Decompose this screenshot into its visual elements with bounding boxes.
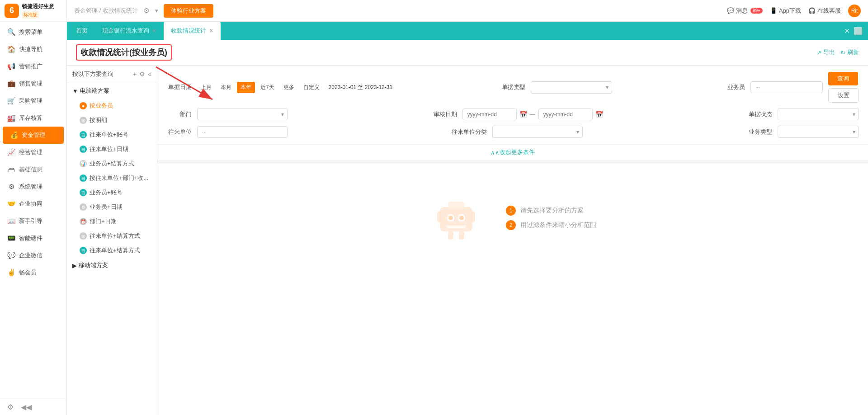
- svg-rect-10: [459, 231, 464, 240]
- tab-bank-flow-label: 现金银行流水查询: [102, 27, 149, 35]
- doc-type-select[interactable]: [531, 81, 612, 94]
- doc-status-select[interactable]: [778, 108, 859, 120]
- sidebar-item-quick-nav[interactable]: 🏠 快捷导航: [0, 41, 66, 58]
- message-label: 消息: [736, 7, 748, 15]
- tip-1-text: 请先选择要分析的方案: [520, 207, 584, 215]
- smart-hw-icon: 📟: [7, 234, 15, 242]
- scheme-item-partner-settlement1[interactable]: ⊞ 往来单位+结算方式: [67, 229, 157, 243]
- header-dropdown-icon[interactable]: ▾: [155, 7, 158, 14]
- salesperson-input[interactable]: ···: [750, 81, 823, 93]
- guide-icon: 📖: [7, 217, 15, 225]
- scheme-item-by-detail[interactable]: ⊞ 按明细: [67, 113, 157, 127]
- top-header: 资金管理 / 收款情况统计 ⚙ ▾ 体验行业方案 💬 消息 99+ 📱 App下…: [67, 0, 868, 22]
- tip-2-text: 用过滤条件来缩小分析范围: [520, 221, 596, 229]
- salesperson-label: 业务员: [720, 83, 745, 91]
- online-service-action[interactable]: 🎧 在线客服: [808, 7, 841, 15]
- scheme-item-salesperson-date[interactable]: ⚙ 业务员+日期: [67, 200, 157, 214]
- mobile-section-header[interactable]: ▶ 移动端方案: [67, 258, 157, 273]
- dept-select-wrapper: [197, 108, 288, 120]
- sidebar-item-system[interactable]: ⚙ 系统管理: [0, 178, 66, 195]
- scheme-add-icon[interactable]: +: [133, 71, 137, 78]
- tab-collection-stat[interactable]: 收款情况统计 ✕: [164, 22, 221, 40]
- sidebar-item-marketing[interactable]: 📢 营销推广: [0, 58, 66, 75]
- sidebar-item-member[interactable]: ✌ 畅会员: [0, 264, 66, 281]
- scheme-icon-partner-account: ⊟: [80, 131, 87, 138]
- sidebar-item-basic[interactable]: 🗃 基础信息: [0, 161, 66, 178]
- filter-row-2: 部门 审核日期 📅 — 📅: [166, 108, 859, 120]
- logo-icon: 6: [5, 4, 19, 18]
- home-icon: 🏠: [7, 45, 15, 53]
- sidebar-item-search[interactable]: 🔍 搜索菜单: [0, 24, 66, 41]
- scheme-item-by-salesperson[interactable]: ● 按业务员: [67, 99, 157, 113]
- sidebar-item-operations[interactable]: 📈 经营管理: [0, 144, 66, 161]
- tab-close-all-icon[interactable]: ✕: [844, 27, 850, 35]
- sidebar-label-inventory: 库存核算: [19, 114, 42, 122]
- content-body: 按以下方案查询 + ⚙ « ▼ 电脑端方案 ● 按业务员 ⊞: [67, 66, 868, 415]
- desktop-section-header[interactable]: ▼ 电脑端方案: [67, 83, 157, 99]
- finance-icon: 💰: [10, 131, 18, 139]
- user-avatar[interactable]: Rit: [848, 5, 861, 17]
- scheme-item-partner-date[interactable]: ⊟ 往来单位+日期: [67, 142, 157, 156]
- sidebar-item-inventory[interactable]: 🏭 库存核算: [0, 109, 66, 127]
- audit-date-start[interactable]: [462, 108, 517, 120]
- sidebar-item-guide[interactable]: 📖 新手引导: [0, 212, 66, 230]
- tab-collection-stat-close[interactable]: ✕: [209, 28, 213, 34]
- message-action[interactable]: 💬 消息 99+: [727, 7, 763, 15]
- tip-2-number: 2: [506, 220, 516, 230]
- sidebar-item-smart-hw[interactable]: 📟 智能硬件: [0, 230, 66, 247]
- salesperson-more-icon: ···: [755, 84, 760, 90]
- doc-status-select-wrapper: [778, 108, 859, 120]
- settings-button[interactable]: 设置: [828, 88, 859, 103]
- sidebar-item-purchase[interactable]: 🛒 采购管理: [0, 92, 66, 109]
- sidebar-label-wechat: 企业微信: [19, 251, 42, 259]
- collapse-more-conditions-btn[interactable]: ∧∧ 收起更多条件: [157, 144, 868, 160]
- refresh-button[interactable]: ↻ 刷新: [840, 48, 859, 57]
- search-icon: 🔍: [7, 28, 15, 36]
- filter-section: 单据日期 上月 本月 本年 近7天 更多 自定义 2023-01-01 至 20…: [157, 66, 868, 144]
- scheme-item-partner-settlement2[interactable]: ⊟ 往来单位+结算方式: [67, 243, 157, 258]
- export-button[interactable]: ↗ 导出: [816, 48, 835, 57]
- scheme-item-salesperson-settlement[interactable]: 📊 业务员+结算方式: [67, 156, 157, 171]
- system-icon: ⚙: [7, 183, 15, 191]
- desktop-scheme-group: ▼ 电脑端方案 ● 按业务员 ⊞ 按明细 ⊟ 往来单位+账号 ⊟ 往来单位: [67, 83, 157, 258]
- sidebar-item-wechat[interactable]: 💬 企业微信: [0, 247, 66, 264]
- partner-input[interactable]: ···: [197, 126, 288, 138]
- logo-text: 畅捷通好生意 标准版: [22, 3, 54, 19]
- collapse-sidebar-icon[interactable]: ◀◀: [21, 403, 32, 411]
- sidebar-item-finance[interactable]: 💰 资金管理: [3, 127, 64, 144]
- query-button[interactable]: 查询: [828, 72, 858, 85]
- tab-bank-flow[interactable]: 现金银行流水查询 ✕: [95, 22, 164, 40]
- scheme-settings-icon[interactable]: ⚙: [139, 71, 145, 78]
- header-gear-icon[interactable]: ⚙: [143, 6, 150, 15]
- sidebar-label-finance: 资金管理: [22, 131, 45, 139]
- scheme-collapse-icon[interactable]: «: [148, 71, 151, 78]
- date-btn-7days[interactable]: 近7天: [257, 82, 278, 93]
- dept-select[interactable]: [197, 108, 288, 120]
- partner-category-select[interactable]: [492, 126, 583, 138]
- date-btn-this-year[interactable]: 本年: [237, 82, 255, 93]
- sidebar-item-enterprise[interactable]: 🤝 企业协同: [0, 195, 66, 212]
- left-panel-title: 按以下方案查询: [72, 70, 131, 78]
- scheme-item-partner-account[interactable]: ⊟ 往来单位+账号: [67, 127, 157, 142]
- tab-bank-flow-close[interactable]: ✕: [152, 28, 156, 34]
- tab-home[interactable]: 首页: [69, 22, 95, 40]
- date-btn-this-month[interactable]: 本月: [217, 82, 235, 93]
- svg-rect-1: [448, 202, 464, 210]
- app-download-action[interactable]: 📱 App下载: [770, 7, 801, 15]
- date-btn-last-month[interactable]: 上月: [197, 82, 215, 93]
- business-type-select[interactable]: [778, 126, 859, 138]
- trial-button[interactable]: 体验行业方案: [164, 4, 213, 18]
- partner-category-label: 往来单位分类: [452, 128, 487, 136]
- scheme-item-salesperson-account[interactable]: ⊟ 业务员+账号: [67, 185, 157, 200]
- page-title: 收款情况统计(按业务员): [76, 44, 172, 61]
- scheme-item-partner-dept[interactable]: ⊟ 按往来单位+部门+收...: [67, 171, 157, 185]
- date-btn-more[interactable]: 更多: [280, 82, 298, 93]
- sidebar-item-sales[interactable]: 💼 销售管理: [0, 75, 66, 92]
- scheme-item-dept-date[interactable]: ⏰ 部门+日期: [67, 214, 157, 229]
- audit-date-end[interactable]: [538, 108, 593, 120]
- settings-bottom-icon[interactable]: ⚙: [7, 403, 14, 411]
- tab-maximize-icon[interactable]: ⬜: [854, 27, 863, 35]
- refresh-icon: ↻: [840, 49, 845, 56]
- empty-tip-1: 1 请先选择要分析的方案: [506, 206, 596, 216]
- date-btn-custom[interactable]: 自定义: [300, 82, 323, 93]
